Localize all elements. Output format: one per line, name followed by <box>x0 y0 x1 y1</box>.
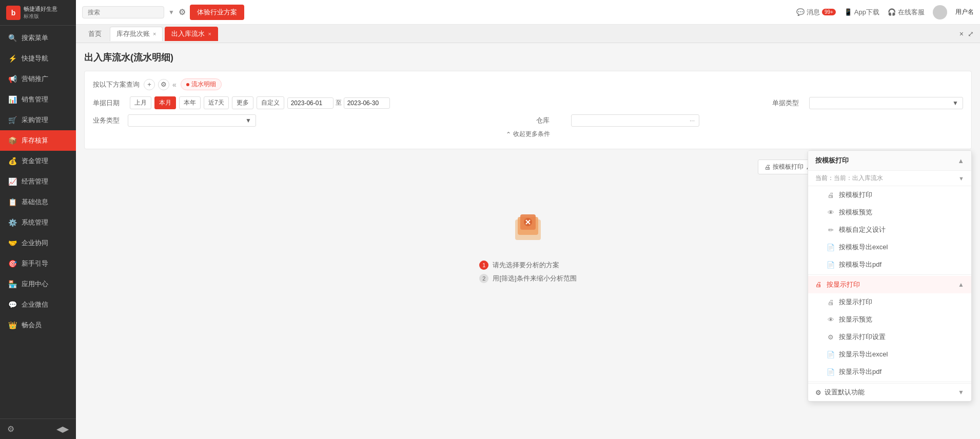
sidebar-item-wechat[interactable]: 💬 企业微信 <box>0 294 76 315</box>
page-content: 出入库流水(流水明细) 按以下方案查询 + ⚙ « 流水明细 单据日期 上月 <box>76 43 980 439</box>
search-icon: 🔍 <box>7 33 17 43</box>
tab-home[interactable]: 首页 <box>82 27 108 41</box>
filter-add-button[interactable]: + <box>144 79 155 90</box>
date-input-range: 至 <box>287 97 390 109</box>
sidebar-item-vip[interactable]: 👑 畅会员 <box>0 315 76 335</box>
date-btn-last-month[interactable]: 上月 <box>130 96 151 109</box>
window-close-icon[interactable]: × <box>959 30 964 38</box>
filter-actions: + ⚙ « <box>144 79 177 90</box>
tab-inventory-flow[interactable]: 出入库流水 × <box>165 27 218 41</box>
date-end-input[interactable] <box>344 97 390 109</box>
pdf-icon: 📄 <box>827 261 835 269</box>
industry-button[interactable]: 体验行业方案 <box>190 5 244 20</box>
dropdown-item-display-print[interactable]: 🖨 按显示打印 <box>808 293 971 311</box>
footer-arrow-icon: ▼ <box>958 389 964 396</box>
dropdown-item-label: 按显示导出pdf <box>839 367 881 376</box>
date-to-label: 至 <box>336 98 342 107</box>
sidebar-item-marketing[interactable]: 📢 营销推广 <box>0 69 76 89</box>
sidebar-item-appstore[interactable]: 🏪 应用中心 <box>0 274 76 294</box>
main-area: ▼ ⚙ 体验行业方案 💬 消息 99+ 📱 App下载 🎧 在线客服 用户名 <box>76 0 980 439</box>
megaphone-icon: 📢 <box>7 74 17 84</box>
dropdown-item-label: 按模板导出pdf <box>839 260 881 269</box>
flash-icon: ⚡ <box>7 53 17 64</box>
dropdown-item-template-pdf[interactable]: 📄 按模板导出pdf <box>808 256 971 273</box>
app-download-button[interactable]: 📱 App下载 <box>844 8 879 17</box>
sidebar-item-operation[interactable]: 📈 经营管理 <box>0 171 76 192</box>
online-service-button[interactable]: 🎧 在线客服 <box>888 8 925 17</box>
dropdown-section2-header[interactable]: 🖨 按显示打印 ▲ <box>808 276 971 293</box>
warehouse-group: 仓库 ··· <box>536 114 963 127</box>
sidebar-item-sales[interactable]: 📊 销售管理 <box>0 89 76 110</box>
window-expand-icon[interactable]: ⤢ <box>968 30 974 38</box>
sidebar-item-system[interactable]: ⚙️ 系统管理 <box>0 212 76 233</box>
dropdown-item-display-preview[interactable]: 👁 按显示预览 <box>808 311 971 328</box>
date-btn-more[interactable]: 更多 <box>232 96 253 109</box>
headset-icon: 🎧 <box>888 8 896 16</box>
excel-icon: 📄 <box>827 243 835 251</box>
tab-inventory-batch[interactable]: 库存批次账 × <box>110 27 163 41</box>
filter-date-row: 单据日期 上月 本月 本年 近7天 更多 自定义 至 单据类型 <box>93 96 963 109</box>
logo-icon: b <box>6 6 21 20</box>
dropdown-item-template-excel[interactable]: 📄 按模板导出excel <box>808 238 971 256</box>
collapse-button[interactable]: ⌃ 收起更多条件 <box>93 127 963 142</box>
dropdown-header-arrow-icon[interactable]: ▲ <box>957 157 964 165</box>
search-input[interactable] <box>82 6 164 18</box>
date-btn-custom[interactable]: 自定义 <box>257 96 284 109</box>
toolbar: 🖨 按模板打印 ▲ 📤 导出 🔄 刷新 ··· 查询 设置 按模板打印 ▲ <box>84 155 972 178</box>
sidebar-item-label: 快捷导航 <box>22 54 48 63</box>
dropdown-item-label: 按模板预览 <box>839 208 872 217</box>
app-name: 畅捷通好生意 <box>24 5 57 13</box>
filter-tag-dot <box>186 83 189 86</box>
tab-close-icon[interactable]: × <box>153 31 156 37</box>
collapse-up-icon: ⌃ <box>506 131 511 138</box>
warehouse-more-icon[interactable]: ··· <box>690 117 695 124</box>
sidebar-item-label: 搜索菜单 <box>22 33 48 43</box>
current-label: 当前：当前：出入库流水 <box>815 174 883 183</box>
sidebar-item-corp[interactable]: 🤝 企业协同 <box>0 233 76 253</box>
dropdown-item-template-preview[interactable]: 👁 按模板预览 <box>808 204 971 221</box>
sidebar-item-finance[interactable]: 💰 资金管理 <box>0 151 76 171</box>
tab-close-active-icon[interactable]: × <box>208 31 211 37</box>
sidebar-item-search[interactable]: 🔍 搜索菜单 <box>0 28 76 48</box>
sidebar-item-purchase[interactable]: 🛒 采购管理 <box>0 110 76 130</box>
dropdown-item-label: 按显示打印 <box>839 297 872 307</box>
target-icon: 🎯 <box>7 258 17 269</box>
dropdown-item-display-settings[interactable]: ⚙ 按显示打印设置 <box>808 328 971 346</box>
date-btn-7days[interactable]: 近7天 <box>204 96 229 109</box>
sidebar-item-inventory[interactable]: 📦 库存核算 <box>0 130 76 151</box>
biz-type-select[interactable]: ▼ <box>128 114 256 127</box>
date-btn-this-month[interactable]: 本月 <box>154 96 176 109</box>
avatar[interactable] <box>933 5 947 19</box>
sidebar-item-quicknav[interactable]: ⚡ 快捷导航 <box>0 48 76 69</box>
sidebar-footer: ⚙ ◀▶ <box>0 418 76 439</box>
settings-icon[interactable]: ⚙ <box>7 424 14 434</box>
sidebar-item-label: 库存核算 <box>22 136 48 145</box>
app-logo: b 畅捷通好生意 标准版 <box>0 0 76 26</box>
date-btn-this-year[interactable]: 本年 <box>179 96 201 109</box>
date-start-input[interactable] <box>287 97 334 109</box>
dropdown-item-label: 模板自定义设计 <box>839 225 886 234</box>
filter-tag-label: 流水明细 <box>191 80 216 89</box>
doc-type-select[interactable]: ▼ <box>809 97 963 109</box>
message-badge: 99+ <box>822 9 836 15</box>
sidebar-item-guide[interactable]: 🎯 新手引导 <box>0 253 76 274</box>
wechat-icon: 💬 <box>7 300 17 310</box>
dropdown-item-display-excel[interactable]: 📄 按显示导出excel <box>808 346 971 363</box>
filter-settings-button[interactable]: ⚙ <box>158 79 169 90</box>
dropdown-arrow-icon[interactable]: ▼ <box>168 9 174 16</box>
pdf2-icon: 📄 <box>827 368 835 376</box>
current-arrow-icon[interactable]: ▼ <box>958 175 964 182</box>
dropdown-footer[interactable]: ⚙ 设置默认功能 ▼ <box>808 383 971 401</box>
sidebar-item-label: 资金管理 <box>22 156 48 166</box>
filter-collapse-icon[interactable]: « <box>172 81 177 89</box>
sidebar-nav: 🔍 搜索菜单 ⚡ 快捷导航 📢 营销推广 📊 销售管理 🛒 采购管理 📦 库存核… <box>0 26 76 418</box>
warehouse-select[interactable]: ··· <box>571 114 699 127</box>
sidebar-item-basic[interactable]: 📋 基础信息 <box>0 192 76 212</box>
dropdown-item-display-pdf[interactable]: 📄 按显示导出pdf <box>808 363 971 381</box>
dropdown-item-template-design[interactable]: ✏ 模板自定义设计 <box>808 221 971 238</box>
dropdown-item-template-print[interactable]: 🖨 按模板打印 <box>808 186 971 204</box>
collapse-sidebar-icon[interactable]: ◀▶ <box>56 424 69 434</box>
message-button[interactable]: 💬 消息 99+ <box>796 8 836 17</box>
sidebar-item-label: 畅会员 <box>22 321 42 330</box>
topbar-gear-icon[interactable]: ⚙ <box>179 7 186 17</box>
